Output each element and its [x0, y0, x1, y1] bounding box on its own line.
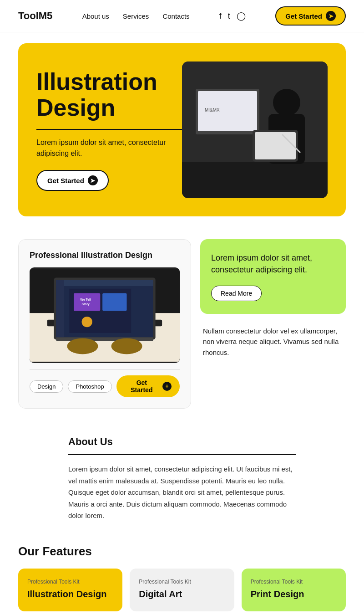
tag-photoshop[interactable]: Photoshop: [68, 380, 111, 393]
feature-card-name-2: Digital Art: [139, 589, 225, 600]
card-get-started-button[interactable]: Get Started +: [116, 375, 180, 397]
card-left-title: Professional Illustration Design: [30, 251, 180, 260]
hero-btn-arrow-icon: ➤: [88, 175, 98, 185]
hero-section: Illustration Design Lorem ipsum dolor si…: [18, 43, 346, 216]
card-body-text: Nullam consectetur dolor vel ex ullamcor…: [200, 321, 346, 362]
svg-rect-16: [56, 280, 64, 337]
about-divider: [68, 454, 296, 455]
features-title: Our Features: [18, 544, 346, 559]
hero-content: Illustration Design Lorem ipsum dolor si…: [36, 69, 182, 191]
svg-rect-1: [182, 162, 328, 198]
tag-design[interactable]: Design: [30, 380, 63, 393]
svg-point-22: [82, 317, 92, 327]
hero-description: Lorem ipsum dolor sit amet, consectetur …: [36, 137, 182, 159]
features-cards-container: Professional Tools Kit Illustration Desi…: [18, 569, 346, 611]
svg-text:MI&MX: MI&MX: [205, 108, 220, 113]
card-right-column: Lorem ipsum dolor sit amet, consectetur …: [200, 239, 346, 362]
feature-card-name-1: Illustration Design: [27, 589, 113, 600]
feature-card-digital[interactable]: Professional Tools Kit Digital Art: [130, 569, 234, 611]
hero-divider: [36, 129, 182, 130]
read-more-button[interactable]: Read More: [211, 286, 262, 301]
nav-link-about[interactable]: About us: [82, 12, 109, 20]
card-divider: [30, 369, 180, 370]
svg-point-25: [111, 338, 142, 354]
social-icons-group: f t ◯: [219, 11, 246, 21]
card-green-text-block: Lorem ipsum dolor sit amet, consectetur …: [200, 239, 346, 314]
twitter-icon[interactable]: t: [228, 11, 230, 21]
svg-rect-15: [56, 280, 153, 286]
nav-links: About us Services Contacts: [82, 12, 190, 20]
features-section: Our Features Professional Tools Kit Illu…: [18, 544, 346, 611]
hero-get-started-button[interactable]: Get Started ➤: [36, 170, 109, 191]
feature-card-label-1: Professional Tools Kit: [27, 579, 113, 585]
card-left-image: We Tell Story: [30, 267, 180, 363]
feature-card-name-3: Print Design: [251, 589, 337, 600]
hero-title: Illustration Design: [36, 69, 182, 121]
svg-rect-21: [102, 293, 126, 311]
about-section: About Us Lorem ipsum dolor sit amet, con…: [18, 436, 346, 522]
facebook-icon[interactable]: f: [219, 11, 222, 21]
feature-card-label-2: Professional Tools Kit: [139, 579, 225, 585]
feature-card-illustration[interactable]: Professional Tools Kit Illustration Desi…: [18, 569, 122, 611]
svg-point-5: [273, 89, 300, 116]
svg-point-24: [67, 338, 98, 354]
navbar: ToolM5 About us Services Contacts f t ◯ …: [0, 0, 364, 32]
nav-link-contacts[interactable]: Contacts: [162, 12, 189, 20]
svg-rect-8: [255, 132, 296, 159]
card-green-body: Lorem ipsum dolor sit amet, consectetur …: [211, 252, 335, 276]
svg-text:Story: Story: [82, 302, 90, 306]
hero-image: MI&MX: [182, 62, 328, 198]
card-tags: Design Photoshop Get Started +: [30, 375, 180, 397]
card-cta-plus-icon: +: [162, 382, 172, 391]
feature-card-print[interactable]: Professional Tools Kit Print Design: [242, 569, 346, 611]
feature-card-label-3: Professional Tools Kit: [251, 579, 337, 585]
svg-text:We Tell: We Tell: [81, 298, 91, 301]
about-text: Lorem ipsum dolor sit amet, consectetur …: [68, 463, 296, 522]
nav-link-services[interactable]: Services: [123, 12, 149, 20]
cards-section: Professional Illustration Design: [18, 239, 346, 409]
site-logo[interactable]: ToolM5: [18, 10, 52, 22]
nav-cta-arrow-icon: ➤: [326, 11, 336, 21]
about-title: About Us: [68, 436, 296, 448]
svg-rect-23: [56, 338, 153, 341]
nav-get-started-button[interactable]: Get Started ➤: [275, 6, 346, 26]
instagram-icon[interactable]: ◯: [237, 11, 246, 21]
card-professional-illustration: Professional Illustration Design: [18, 239, 191, 409]
